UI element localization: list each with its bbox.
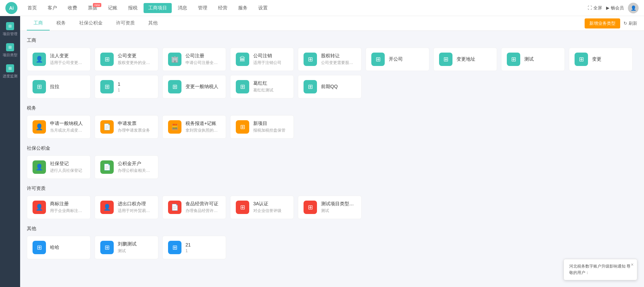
- card-new-project[interactable]: ⊞新项目报税加税控盘保管: [230, 115, 294, 139]
- card-liu-peng-test[interactable]: ⊞刘鹏测试测试: [95, 236, 158, 259]
- card-tax-report-accounting[interactable]: 🧮税务报道+记账拿到营业执照的新公司: [162, 115, 226, 139]
- card-info-lala: 拉拉: [50, 84, 85, 90]
- card-ge-hong-hong[interactable]: ⊞葛红红葛红红测试: [230, 75, 294, 98]
- card-desc-liu-peng-test: 测试: [118, 248, 153, 254]
- card-name-apply-invoice: 申请发票: [118, 121, 153, 127]
- card-trademark[interactable]: 👤商标注册用于企业商标注册服务: [27, 196, 91, 219]
- avatar[interactable]: 👤: [628, 3, 639, 13]
- cards-grid-税务: 👤申请一般纳税人当月或次月成变更完成📄申请发票办理申请发票业务🧮税务报道+记账拿…: [27, 115, 637, 139]
- card-housing-fund[interactable]: 📄公积金开户办理公积金相关业务: [95, 155, 158, 179]
- refresh-icon: ↻: [624, 21, 627, 26]
- nav-item-message[interactable]: 消息: [173, 3, 192, 13]
- nav-item-accounting[interactable]: 记账: [103, 3, 122, 13]
- grid-icon: ⊞: [236, 201, 249, 214]
- nav-item-customer[interactable]: 客户: [43, 3, 62, 13]
- card-name-test: 测试: [524, 56, 559, 62]
- fullscreen-button[interactable]: ⛶ 全屏: [588, 5, 602, 11]
- card-change[interactable]: ⊞变更: [569, 48, 633, 71]
- card-name-legal-change: 法人变更: [50, 53, 85, 59]
- card-name-liu-peng-test: 刘鹏测试: [118, 241, 153, 247]
- doc-icon: 📄: [100, 120, 114, 134]
- card-one[interactable]: ⊞11: [95, 75, 158, 98]
- card-import-export[interactable]: 👤进出口权办理适用于对外贸易经营者: [95, 196, 158, 219]
- sidebar-item-progress-monitor[interactable]: ⊞进度监测: [0, 61, 20, 82]
- card-food-license[interactable]: 📄食品经营许可证办理食品经营许可证: [162, 196, 226, 219]
- nav-item-service[interactable]: 服务: [233, 3, 252, 13]
- card-company-register[interactable]: 🏢公司注册申请公司注册全流程: [162, 48, 226, 71]
- card-info-equity-transfer: 股权转让公司变更需要股权转让: [321, 53, 356, 66]
- nav-item-operation[interactable]: 经营: [213, 3, 232, 13]
- nav-item-ticket[interactable]: 票据new: [83, 3, 102, 13]
- card-test-type[interactable]: ⊞测试项目类型自定义测试: [298, 196, 362, 219]
- nav-item-settings[interactable]: 设置: [254, 3, 272, 13]
- card-name-haha: 哈哈: [50, 244, 85, 250]
- card-haha[interactable]: ⊞哈哈: [27, 236, 91, 259]
- app-logo: Ai: [5, 2, 17, 14]
- card-company-change[interactable]: ⊞公司变更股权变更外的业务变更: [95, 48, 158, 71]
- tab-shebao[interactable]: 社保公积金: [72, 16, 109, 30]
- tab-bar: 工商税务社保公积金许可资质其他 新增业务类型 ↻ 刷新: [20, 16, 644, 31]
- card-info-import-export: 进出口权办理适用于对外贸易经营者: [118, 201, 153, 214]
- cards-grid-社保公积金: 👤社保登记进行人员社保登记📄公积金开户办理公积金相关业务: [27, 155, 637, 179]
- grid-icon: ⊞: [6, 22, 14, 30]
- card-test[interactable]: ⊞测试: [501, 48, 565, 71]
- nav-item-management[interactable]: 管理: [193, 3, 212, 13]
- sidebar-item-project-manage[interactable]: ⊞项目管理: [0, 19, 20, 40]
- card-3a-cert[interactable]: ⊞3A认证对企业信誉评级: [230, 196, 294, 219]
- card-name-trademark: 商标注册: [50, 201, 85, 207]
- vip-icon: ▶: [606, 5, 609, 10]
- card-lala[interactable]: ⊞拉拉: [27, 75, 91, 98]
- vip-button[interactable]: ▶ 畅会员: [606, 5, 624, 11]
- nav-item-bizproject[interactable]: 工商项目: [144, 3, 172, 13]
- grid-icon: ⊞: [304, 80, 317, 93]
- nav-item-tax[interactable]: 报税: [123, 3, 142, 13]
- card-equity-transfer[interactable]: ⊞股权转让公司变更需要股权转让: [298, 48, 362, 71]
- card-company-cancel[interactable]: 🏛公司注销适用于注销公司: [230, 48, 294, 71]
- card-info-housing-fund: 公积金开户办理公积金相关业务: [118, 161, 153, 173]
- card-social-insurance[interactable]: 👤社保登记进行人员社保登记: [27, 155, 91, 179]
- tab-gongshang[interactable]: 工商: [27, 16, 50, 30]
- card-desc-ge-hong-hong: 葛红红测试: [253, 87, 288, 93]
- section-title-税务: 税务: [27, 105, 637, 111]
- card-legal-change[interactable]: 👤法人变更适用于公司变更法人: [27, 48, 91, 71]
- nav-item-home[interactable]: 首页: [23, 3, 42, 13]
- card-info-change-taxpayer: 变更一般纳税人: [185, 84, 220, 90]
- grid-icon: ⊞: [100, 80, 114, 93]
- card-pre-qq[interactable]: ⊞前期QQ: [298, 75, 362, 98]
- grid-icon: ⊞: [100, 241, 114, 254]
- card-info-legal-change: 法人变更适用于公司变更法人: [50, 53, 85, 66]
- card-open-company[interactable]: ⊞开公司: [366, 48, 429, 71]
- card-desc-housing-fund: 办理公积金相关业务: [118, 168, 153, 173]
- nav-menu: 首页客户收费票据new记账报税工商项目消息管理经营服务设置: [23, 3, 588, 13]
- content-area: 工商👤法人变更适用于公司变更法人⊞公司变更股权变更外的业务变更🏢公司注册申请公司…: [20, 31, 644, 271]
- sidebar-item-project-type[interactable]: ⊞项目类型: [0, 40, 20, 61]
- cards-grid-许可资质: 👤商标注册用于企业商标注册服务👤进出口权办理适用于对外贸易经营者📄食品经营许可证…: [27, 196, 637, 219]
- nav-item-invoice[interactable]: 收费: [63, 3, 82, 13]
- person-icon: 👤: [33, 160, 46, 174]
- cards-grid-工商: 👤法人变更适用于公司变更法人⊞公司变更股权变更外的业务变更🏢公司注册申请公司注册…: [27, 48, 637, 98]
- card-change-taxpayer[interactable]: ⊞变更一般纳税人: [162, 75, 226, 98]
- tab-qita[interactable]: 其他: [142, 16, 164, 30]
- card-name-equity-transfer: 股权转让: [321, 53, 356, 59]
- tab-shuiwu[interactable]: 税务: [50, 16, 72, 30]
- card-twenty-one[interactable]: ⊞211: [162, 236, 226, 259]
- card-name-food-license: 食品经营许可证: [185, 201, 220, 207]
- card-apply-invoice[interactable]: 📄申请发票办理申请发票业务: [95, 115, 158, 139]
- new-type-button[interactable]: 新增业务类型: [585, 18, 620, 28]
- card-change-address[interactable]: ⊞变更地址: [433, 48, 497, 71]
- card-apply-taxpayer[interactable]: 👤申请一般纳税人当月或次月成变更完成: [27, 115, 91, 139]
- card-desc-social-insurance: 进行人员社保登记: [50, 168, 85, 173]
- tab-xuke[interactable]: 许可资质: [109, 16, 142, 30]
- refresh-button[interactable]: ↻ 刷新: [624, 20, 637, 26]
- card-name-company-change: 公司变更: [118, 53, 153, 59]
- card-name-new-project: 新项目: [253, 121, 288, 127]
- card-name-lala: 拉拉: [50, 84, 85, 90]
- person-icon: 👤: [100, 201, 114, 214]
- notification-close-button[interactable]: ×: [631, 262, 634, 267]
- card-info-social-insurance: 社保登记进行人员社保登记: [50, 161, 85, 173]
- grid-icon: ⊞: [304, 53, 317, 66]
- grid-icon: ⊞: [33, 241, 46, 254]
- card-info-haha: 哈哈: [50, 244, 85, 250]
- section-title-工商: 工商: [27, 38, 637, 44]
- card-desc-company-cancel: 适用于注销公司: [253, 60, 288, 66]
